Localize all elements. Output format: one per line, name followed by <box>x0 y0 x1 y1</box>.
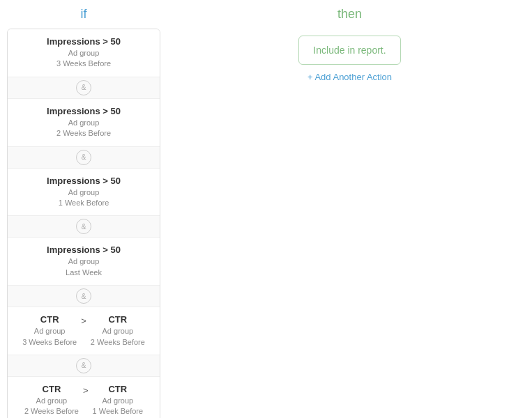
then-header: then <box>337 7 362 22</box>
and-badge: & <box>76 358 91 373</box>
condition-item: Impressions > 50Ad group2 Weeks Before <box>8 99 160 147</box>
ctr-left-block: CTRAd group3 Weeks Before <box>22 314 77 348</box>
condition-item: Impressions > 50Ad group1 Week Before <box>8 169 160 217</box>
condition-item: CTRAd group3 Weeks Before>CTRAd group2 W… <box>8 307 160 355</box>
ctr-right-block: CTRAd group2 Weeks Before <box>91 314 145 348</box>
condition-sub: Ad group1 Week Before <box>13 187 154 209</box>
conditions-box: Impressions > 50Ad group3 Weeks Before&I… <box>7 29 160 418</box>
condition-item: Impressions > 50Ad groupLast Week <box>8 238 160 286</box>
if-header: if <box>81 7 87 22</box>
action-box: Include in report. <box>298 36 400 65</box>
and-separator: & <box>8 286 160 307</box>
and-separator: & <box>8 77 160 99</box>
and-badge: & <box>76 288 91 304</box>
condition-sub: Ad group3 Weeks Before <box>13 48 154 70</box>
if-column: if Impressions > 50Ad group3 Weeks Befor… <box>0 0 167 418</box>
ctr-left-block: CTRAd group2 Weeks Before <box>24 384 79 417</box>
condition-sub: Ad groupLast Week <box>13 256 154 278</box>
condition-main-double: CTRAd group3 Weeks Before>CTRAd group2 W… <box>13 314 154 348</box>
condition-main: Impressions > 50 <box>13 106 154 116</box>
condition-main: Impressions > 50 <box>13 245 154 255</box>
condition-item: CTRAd group2 Weeks Before>CTRAd group1 W… <box>8 377 160 418</box>
condition-item: Impressions > 50Ad group3 Weeks Before <box>8 29 160 77</box>
and-separator: & <box>8 147 160 169</box>
operator: > <box>81 316 86 326</box>
and-badge: & <box>76 150 91 165</box>
condition-main: Impressions > 50 <box>13 36 154 47</box>
condition-main-double: CTRAd group2 Weeks Before>CTRAd group1 W… <box>13 384 154 417</box>
add-action-link[interactable]: + Add Another Action <box>307 72 392 82</box>
then-column: then Include in report. + Add Another Ac… <box>167 0 532 418</box>
and-badge: & <box>76 80 91 95</box>
ctr-right-block: CTRAd group1 Week Before <box>93 384 144 417</box>
operator: > <box>83 385 89 396</box>
condition-main: Impressions > 50 <box>13 176 154 186</box>
and-badge: & <box>76 219 91 234</box>
condition-sub: Ad group2 Weeks Before <box>13 118 154 139</box>
and-separator: & <box>8 216 160 238</box>
and-separator: & <box>8 355 160 377</box>
